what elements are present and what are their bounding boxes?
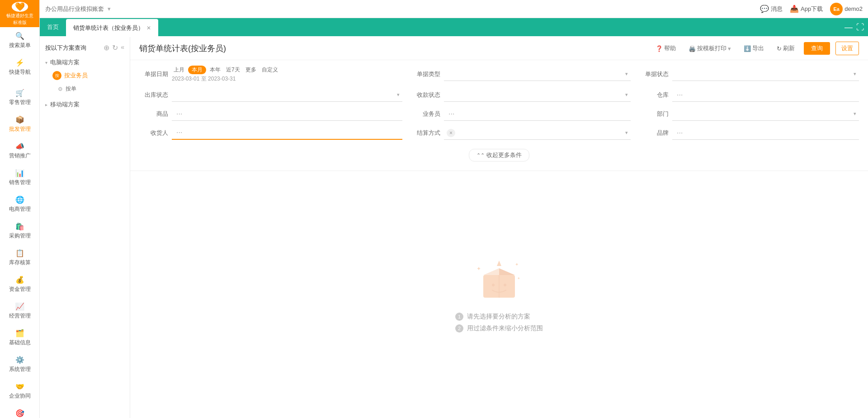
settings-button[interactable]: 设置: [835, 42, 859, 55]
scheme-item-by-staff[interactable]: 按 按业务员: [40, 68, 130, 83]
sidebar-item-basic[interactable]: 🗂️ 基础信息: [0, 324, 39, 351]
sidebar-item-ecommerce[interactable]: 🌐 电商管理: [0, 191, 39, 218]
date-label: 单据日期: [139, 70, 172, 78]
tab-sales-stat[interactable]: 销货单统计表（按业务员） ✕: [66, 19, 158, 37]
sidebar-item-inventory[interactable]: 📋 库存核算: [0, 244, 39, 271]
tip-text-2: 用过滤条件来缩小分析范围: [467, 324, 543, 332]
svg-text:✦: ✦: [476, 266, 481, 272]
add-scheme-icon[interactable]: ⊕: [104, 43, 109, 52]
retail-icon: 🛒: [15, 89, 24, 97]
refresh-button[interactable]: ↻ 刷新: [773, 43, 798, 54]
docstatus-select[interactable]: ▾: [672, 67, 859, 81]
message-nav-item[interactable]: 💬 消息: [760, 5, 783, 13]
help-button[interactable]: ❓ 帮助: [652, 43, 679, 54]
sidebar-item-wholesale[interactable]: 📦 批发管理: [0, 111, 39, 138]
marketing-icon: 📣: [15, 142, 24, 151]
breadcrumb-dropdown-icon[interactable]: ▾: [108, 5, 111, 12]
brand-select[interactable]: ···: [672, 126, 859, 140]
export-icon: ⬇️: [744, 45, 751, 52]
sidebar-item-search[interactable]: 🔍 搜索菜单: [0, 27, 39, 54]
sidebar-item-marketing[interactable]: 📣 营销推广: [0, 138, 39, 164]
tab-close-icon[interactable]: ✕: [146, 25, 151, 31]
collapse-label: 收起更多条件: [486, 151, 522, 159]
sidebar-item-sales[interactable]: 📊 销售管理: [0, 164, 39, 191]
payment-select[interactable]: × ▾: [444, 126, 631, 140]
payment-x[interactable]: ×: [447, 129, 455, 137]
sidebar-item-retail[interactable]: 🛒 零售管理: [0, 84, 39, 111]
main-area: 办公用品行业模拟账套 ▾ 💬 消息 📥 App下载 Ea demo2 首页: [40, 0, 868, 418]
filter-brand-field: 品牌 ···: [640, 126, 859, 140]
sidebar-item-finance[interactable]: 💰 资金管理: [0, 271, 39, 298]
outstatus-dropdown-icon: ▾: [397, 92, 400, 98]
goods-select[interactable]: ···: [172, 107, 402, 121]
date-field-content: 上月 本月 本年 近7天 更多 自定义 2023-03-01 至 2023-03…: [172, 66, 402, 83]
export-button[interactable]: ⬇️ 导出: [740, 43, 768, 54]
group-expand-arrow: ▾: [45, 60, 47, 65]
wholesale-icon: 📦: [15, 115, 24, 124]
receiptstatus-select[interactable]: ▾: [444, 88, 631, 102]
sidebar-label-wholesale: 批发管理: [9, 125, 31, 133]
date-tab-more[interactable]: 更多: [244, 66, 258, 74]
doctype-select[interactable]: ▾: [444, 67, 631, 81]
tip-num-2: 2: [455, 324, 463, 332]
scheme-group-mobile-title[interactable]: ▸ 移动端方案: [40, 99, 130, 110]
scheme-dot-label: 按: [55, 73, 59, 79]
page-actions: ❓ 帮助 🖨️ 按模板打印 ▾ ⬇️ 导出 ↻ 刷新: [652, 42, 859, 55]
staff-dots[interactable]: ···: [447, 110, 456, 118]
sidebar-item-quick-nav[interactable]: ⚡ 快捷导航: [0, 54, 39, 81]
filter-row-1: 单据日期 上月 本月 本年 近7天 更多 自定义 2023-03-01 至 20…: [139, 66, 859, 83]
print-label: 按模板打印: [697, 44, 726, 52]
sidebar-item-cooperation[interactable]: 🤝 企业协同: [0, 378, 39, 404]
consignee-label: 收货人: [139, 129, 172, 137]
consignee-dots[interactable]: ···: [175, 128, 184, 137]
warehouse-label: 仓库: [640, 91, 672, 99]
warehouse-dots[interactable]: ···: [675, 91, 684, 99]
filter-dept-field: 部门 ▾: [640, 107, 859, 121]
tab-minimize-icon[interactable]: —: [844, 23, 853, 32]
tab-home[interactable]: 首页: [40, 18, 66, 36]
sidebar-label-search: 搜索菜单: [9, 42, 31, 49]
group-mobile-label: 移动端方案: [50, 100, 80, 109]
brand-dots[interactable]: ···: [675, 129, 684, 137]
filter-goods-field: 商品 ···: [139, 107, 402, 121]
sidebar-item-system[interactable]: ⚙️ 系统管理: [0, 351, 39, 378]
scheme-sub-icon: ⚙: [58, 86, 63, 92]
dept-select[interactable]: ▾: [672, 107, 859, 121]
app-download-nav-item[interactable]: 📥 App下载: [790, 5, 823, 13]
empty-state: ✦ ✦ ✦ 1 请先选择要分析的方案 2: [130, 171, 868, 418]
query-button[interactable]: 查询: [804, 42, 830, 55]
sidebar-label-purchase: 采购管理: [9, 232, 31, 240]
left-panel-header: 按以下方案查询 ⊕ ↻ «: [40, 41, 130, 55]
purchase-icon: 🛍️: [15, 222, 24, 231]
scheme-sub-item-by-order[interactable]: ⚙ 按单: [40, 83, 130, 95]
warehouse-select[interactable]: ···: [672, 88, 859, 102]
staff-select[interactable]: ···: [444, 107, 631, 121]
inventory-icon: 📋: [15, 249, 24, 257]
goods-dots[interactable]: ···: [175, 110, 184, 118]
staff-label: 业务员: [411, 110, 444, 118]
scheme-group-desktop-title[interactable]: ▾ 电脑端方案: [40, 57, 130, 68]
date-tab-last-month[interactable]: 上月: [172, 66, 186, 74]
tab-maximize-icon[interactable]: ⛶: [856, 23, 864, 32]
outstatus-select[interactable]: ▾: [172, 88, 402, 102]
sidebar-item-newuser[interactable]: 🎯 新手引导: [0, 404, 39, 418]
message-label: 消息: [771, 5, 783, 13]
date-tab-this-month[interactable]: 本月: [188, 66, 206, 74]
page-title-bar: 销货单统计表(按业务员) ❓ 帮助 🖨️ 按模板打印 ▾ ⬇️ 导出: [130, 36, 868, 60]
date-tab-this-year[interactable]: 本年: [208, 66, 222, 74]
sidebar-label-ecommerce: 电商管理: [9, 205, 31, 213]
collapse-row: ⌃⌃ 收起更多条件: [139, 145, 859, 165]
user-nav-item[interactable]: Ea demo2: [830, 3, 863, 15]
print-button[interactable]: 🖨️ 按模板打印 ▾: [685, 43, 735, 54]
sidebar-item-purchase[interactable]: 🛍️ 采购管理: [0, 218, 39, 244]
sidebar-item-operations[interactable]: 📈 经营管理: [0, 298, 39, 324]
refresh-scheme-icon[interactable]: ↻: [112, 43, 118, 52]
collapse-button[interactable]: ⌃⌃ 收起更多条件: [469, 149, 529, 162]
collapse-panel-icon[interactable]: «: [121, 43, 124, 52]
consignee-select[interactable]: ···: [172, 126, 402, 140]
filter-consignee-field: 收货人 ···: [139, 126, 402, 140]
date-tab-custom[interactable]: 自定义: [260, 66, 280, 74]
settings-label: 设置: [841, 44, 853, 52]
scheme-dot-staff: 按: [52, 71, 61, 80]
date-tab-7days[interactable]: 近7天: [224, 66, 242, 74]
